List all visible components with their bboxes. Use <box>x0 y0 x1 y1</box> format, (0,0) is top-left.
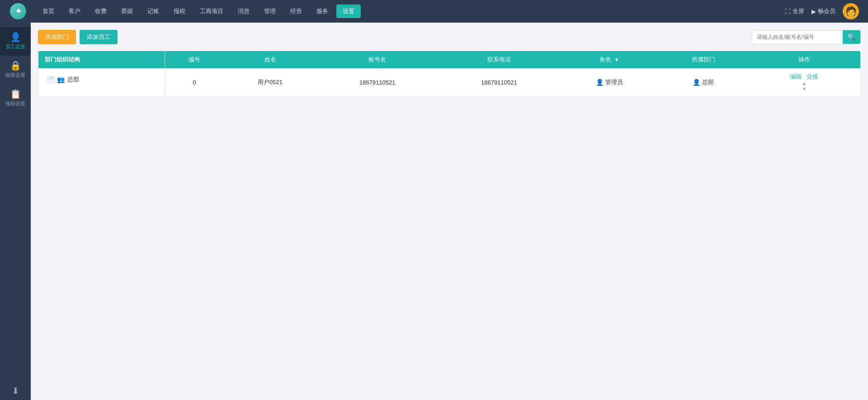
nav-item-home[interactable]: 首页 <box>36 5 61 18</box>
transfer-link[interactable]: 交接 <box>807 73 818 80</box>
nav-item-accounting[interactable]: 记账 <box>141 5 165 18</box>
nav-item-operation[interactable]: 经营 <box>284 5 308 18</box>
nav-item-tax[interactable]: 报税 <box>167 5 192 18</box>
user-avatar[interactable]: 🧑 <box>843 3 859 19</box>
nav-item-settings[interactable]: 设置 <box>336 5 361 18</box>
cell-dept: 👤 总部 <box>659 68 748 97</box>
table-panel: 编号 姓名 账号名 联系电话 角色 ▼ 所属部门 操作 <box>165 51 860 97</box>
dept-badge: 👤 总部 <box>693 78 714 86</box>
toolbar: 添加部门 添加员工 🔍 <box>38 30 861 44</box>
sidebar: 👤 员工设置 🔒 权限设置 📋 报税设置 ⬇ <box>0 23 31 400</box>
vip-icon: ▶ <box>811 8 816 15</box>
table-header-row: 编号 姓名 账号名 联系电话 角色 ▼ 所属部门 操作 <box>165 51 860 68</box>
search-input[interactable] <box>752 31 843 43</box>
top-navigation: ✦ 首页 客户 收费 票据 记账 报税 工商项目 消息 管理 经营 服务 设置 … <box>0 0 868 23</box>
dept-panel: 部门组织结构 📄 👥 总部 <box>38 51 165 97</box>
vip-label: 畅会员 <box>818 7 835 15</box>
cell-role: 👤 管理员 <box>560 68 658 97</box>
nav-item-bill[interactable]: 票据 <box>115 5 139 18</box>
cell-id: 0 <box>165 68 224 97</box>
col-header-id: 编号 <box>165 51 224 68</box>
cell-account: 18679110521 <box>316 68 438 97</box>
dept-node-headquarters[interactable]: 📄 👥 总部 <box>43 73 160 86</box>
content-wrapper: 部门组织结构 📄 👥 总部 编号 姓名 账号名 <box>38 51 861 97</box>
fullscreen-icon: ⛶ <box>785 8 791 15</box>
col-header-name: 姓名 <box>224 51 316 68</box>
col-header-dept: 所属部门 <box>659 51 748 68</box>
search-icon: 🔍 <box>847 33 856 41</box>
sidebar-label-permission: 权限设置 <box>5 72 25 79</box>
edit-link[interactable]: 编辑 <box>790 73 802 80</box>
download-icon: ⬇ <box>12 386 19 395</box>
scroll-arrows[interactable]: ▲ ▼ <box>753 81 855 92</box>
nav-item-customer[interactable]: 客户 <box>62 5 87 18</box>
employee-table: 编号 姓名 账号名 联系电话 角色 ▼ 所属部门 操作 <box>165 51 860 97</box>
dept-panel-header: 部门组织结构 <box>38 51 165 68</box>
col-role-label: 角色 <box>599 56 611 63</box>
col-header-phone: 联系电话 <box>438 51 560 68</box>
main-content: 添加部门 添加员工 🔍 部门组织结构 📄 👥 总部 <box>31 23 868 400</box>
vip-button[interactable]: ▶ 畅会员 <box>811 7 835 15</box>
tax-settings-icon: 📋 <box>10 89 21 99</box>
fullscreen-button[interactable]: ⛶ 全屏 <box>785 7 804 15</box>
sidebar-item-employee[interactable]: 👤 员工设置 <box>0 27 31 56</box>
add-employee-button[interactable]: 添加员工 <box>80 30 118 44</box>
nav-item-service[interactable]: 服务 <box>310 5 335 18</box>
dept-tree: 📄 👥 总部 <box>38 68 165 91</box>
col-header-account: 账号名 <box>316 51 438 68</box>
sidebar-label-tax: 报税设置 <box>5 100 25 107</box>
nav-item-manage[interactable]: 管理 <box>258 5 282 18</box>
dept-person-icon: 👤 <box>693 79 700 86</box>
scroll-down-arrow[interactable]: ▼ <box>802 86 807 92</box>
dept-person-icon: 👥 <box>57 76 65 83</box>
dept-file-icon: 📄 <box>47 76 54 83</box>
nav-item-message[interactable]: 消息 <box>231 5 256 18</box>
logo-area: ✦ <box>5 3 32 19</box>
cell-name: 用户0521 <box>224 68 316 97</box>
sidebar-item-permission[interactable]: 🔒 权限设置 <box>0 56 31 84</box>
sidebar-item-download[interactable]: ⬇ <box>0 381 31 400</box>
nav-item-fee[interactable]: 收费 <box>89 5 113 18</box>
nav-item-business[interactable]: 工商项目 <box>193 5 230 18</box>
role-icon: 👤 <box>596 79 604 86</box>
fullscreen-label: 全屏 <box>793 7 804 15</box>
filter-icon: ▼ <box>614 57 619 62</box>
logo-icon: ✦ <box>10 3 26 19</box>
sidebar-item-tax-settings[interactable]: 📋 报税设置 <box>0 84 31 113</box>
dept-node-label: 总部 <box>67 75 79 84</box>
col-header-role[interactable]: 角色 ▼ <box>560 51 658 68</box>
search-button[interactable]: 🔍 <box>843 30 860 44</box>
app-body: 👤 员工设置 🔒 权限设置 📋 报税设置 ⬇ 添加部门 添加员工 🔍 <box>0 23 868 400</box>
sidebar-label-employee: 员工设置 <box>5 43 25 50</box>
nav-right: ⛶ 全屏 ▶ 畅会员 🧑 <box>785 3 859 19</box>
col-header-actions: 操作 <box>748 51 860 68</box>
role-badge: 👤 管理员 <box>596 78 623 86</box>
role-label: 管理员 <box>605 78 623 86</box>
table-row: 0 用户0521 18679110521 18679110521 👤 管理员 <box>165 68 860 97</box>
search-box: 🔍 <box>752 30 861 44</box>
nav-menu: 首页 客户 收费 票据 记账 报税 工商项目 消息 管理 经营 服务 设置 <box>36 5 785 18</box>
scroll-up-arrow[interactable]: ▲ <box>802 81 807 86</box>
dept-label: 总部 <box>702 78 714 86</box>
employee-icon: 👤 <box>10 33 21 42</box>
permission-icon: 🔒 <box>10 61 21 70</box>
cell-phone: 18679110521 <box>438 68 560 97</box>
add-dept-button[interactable]: 添加部门 <box>38 30 76 44</box>
cell-actions: 编辑 交接 ▲ ▼ <box>748 68 860 97</box>
